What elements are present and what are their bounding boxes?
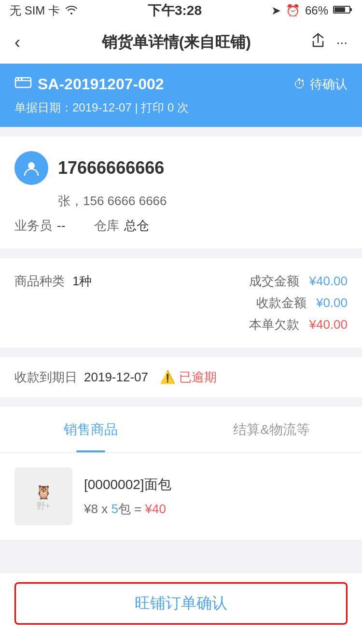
order-icon xyxy=(14,75,32,93)
battery-icon xyxy=(333,4,352,17)
product-price: ¥8 x xyxy=(84,502,111,516)
overdue-text: 已逾期 xyxy=(179,369,217,386)
product-image: 🦉 野+ xyxy=(14,467,72,525)
alarm-icon: ⏰ xyxy=(286,4,300,17)
owed-label: 本单欠款 xyxy=(249,316,299,333)
customer-top: 17666666666 xyxy=(14,151,348,185)
wifi-icon xyxy=(65,4,78,17)
status-time: 下午3:28 xyxy=(148,1,202,20)
customer-name: 张，156 6666 6666 xyxy=(14,193,348,210)
order-id: SA-20191207-002 xyxy=(14,75,164,93)
clock-icon: ⏱ xyxy=(293,77,306,92)
share-icon[interactable] xyxy=(309,32,327,53)
confirm-button[interactable]: 旺铺订单确认 xyxy=(14,582,348,625)
bottom-bar: 旺铺订单确认 xyxy=(0,572,362,644)
owed-value: ¥40.00 xyxy=(309,317,348,332)
svg-text:野+: 野+ xyxy=(37,501,51,511)
product-count-label: 商品种类 xyxy=(14,273,65,290)
svg-point-4 xyxy=(17,78,19,80)
warehouse-item: 仓库 总仓 xyxy=(94,217,149,234)
tab-settlement[interactable]: 结算&物流等 xyxy=(181,407,362,452)
tabs-container: 销售商品 结算&物流等 xyxy=(0,407,362,453)
due-date-card: 收款到期日 2019-12-07 ⚠️ 已逾期 xyxy=(0,357,362,397)
product-count-value: 1种 xyxy=(72,273,92,290)
order-header: SA-20191207-002 ⏱ 待确认 单据日期：2019-12-07 | … xyxy=(0,64,362,127)
product-unit: 包 = xyxy=(118,502,145,516)
page-title: 销货单详情(来自旺铺) xyxy=(102,32,251,53)
product-count: 商品种类 1种 xyxy=(14,273,92,290)
avatar xyxy=(14,151,48,185)
status-bar: 无 SIM 卡 下午3:28 ➤ ⏰ 66% xyxy=(0,0,362,21)
amounts-top: 商品种类 1种 成交金额 ¥40.00 收款金额 ¥0.00 本单欠款 ¥40.… xyxy=(14,273,348,333)
warehouse-value: 总仓 xyxy=(124,217,149,234)
warehouse-label: 仓库 xyxy=(94,217,119,234)
customer-card: 17666666666 张，156 6666 6666 业务员 -- 仓库 总仓 xyxy=(0,137,362,249)
deal-amount-row: 成交金额 ¥40.00 xyxy=(249,273,348,290)
status-right: ➤ ⏰ 66% xyxy=(271,4,352,17)
order-id-row: SA-20191207-002 ⏱ 待确认 xyxy=(14,75,348,93)
order-status: ⏱ 待确认 xyxy=(293,76,348,93)
nav-bar: ‹ 销货单详情(来自旺铺) ··· xyxy=(0,21,362,64)
product-item: 🦉 野+ [0000002]面包 ¥8 x 5包 = ¥40 xyxy=(0,453,362,540)
product-info: [0000002]面包 ¥8 x 5包 = ¥40 xyxy=(84,476,348,518)
tab-sales-products[interactable]: 销售商品 xyxy=(0,407,181,452)
back-button[interactable]: ‹ xyxy=(14,32,43,53)
battery-label: 66% xyxy=(305,4,328,17)
amounts-card: 商品种类 1种 成交金额 ¥40.00 收款金额 ¥0.00 本单欠款 ¥40.… xyxy=(0,258,362,348)
deal-amount-value: ¥40.00 xyxy=(309,274,348,289)
received-value: ¥0.00 xyxy=(316,295,348,310)
due-date-value: 2019-12-07 xyxy=(84,370,148,385)
svg-point-6 xyxy=(28,162,35,169)
customer-meta: 业务员 -- 仓库 总仓 xyxy=(14,217,348,234)
customer-phone: 17666666666 xyxy=(58,158,164,178)
carrier-label: 无 SIM 卡 xyxy=(10,3,60,18)
location-icon: ➤ xyxy=(271,4,281,17)
svg-point-5 xyxy=(21,78,23,80)
warning-icon: ⚠️ xyxy=(160,370,175,385)
product-name: [0000002]面包 xyxy=(84,476,348,494)
order-date: 单据日期：2019-12-07 | 打印 0 次 xyxy=(14,100,348,115)
salesperson-label: 业务员 xyxy=(14,217,52,234)
salesperson-item: 业务员 -- xyxy=(14,217,65,234)
products-container: 🦉 野+ [0000002]面包 ¥8 x 5包 = ¥40 xyxy=(0,453,362,540)
owed-row: 本单欠款 ¥40.00 xyxy=(249,316,348,333)
overdue-badge: ⚠️ 已逾期 xyxy=(160,369,217,386)
product-qty: 5 xyxy=(111,502,118,516)
salesperson-value: -- xyxy=(57,218,65,233)
due-date-label: 收款到期日 xyxy=(14,369,77,386)
received-label: 收款金额 xyxy=(256,294,306,311)
amounts-right: 成交金额 ¥40.00 收款金额 ¥0.00 本单欠款 ¥40.00 xyxy=(249,273,348,333)
svg-text:🦉: 🦉 xyxy=(35,484,52,500)
nav-actions: ··· xyxy=(309,32,348,53)
received-row: 收款金额 ¥0.00 xyxy=(256,294,348,311)
more-icon[interactable]: ··· xyxy=(336,35,348,50)
svg-rect-2 xyxy=(334,7,345,12)
svg-rect-1 xyxy=(350,8,352,11)
deal-amount-label: 成交金额 xyxy=(249,273,299,290)
status-left: 无 SIM 卡 xyxy=(10,3,78,18)
product-total: ¥40 xyxy=(145,502,166,516)
product-price-row: ¥8 x 5包 = ¥40 xyxy=(84,501,348,518)
